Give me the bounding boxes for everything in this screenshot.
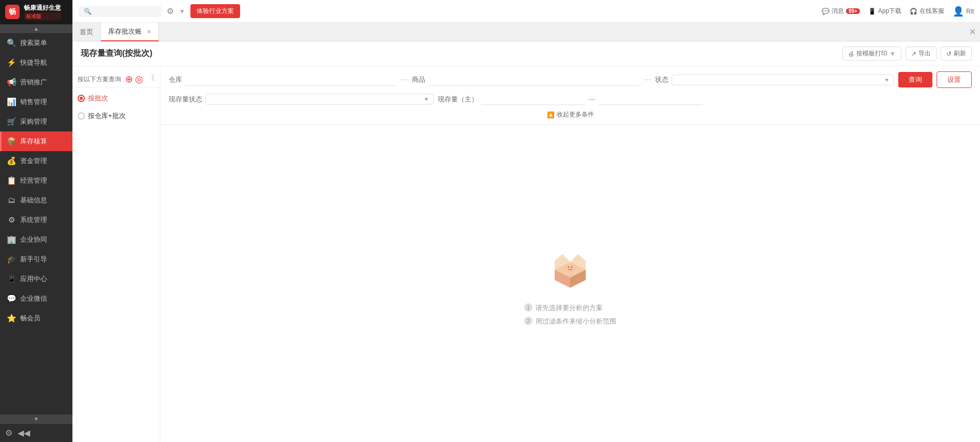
filter-warehouse-group: 仓库 ··· — [169, 74, 408, 86]
operations-icon: 📋 — [7, 176, 16, 185]
sidebar-item-guide[interactable]: 🎓 新手引导 — [0, 249, 72, 269]
purchase-icon: 🛒 — [7, 117, 16, 126]
collapse-button[interactable]: 🔼 收起更多条件 — [547, 110, 594, 119]
sidebar-item-sales[interactable]: 📊 销售管理 — [0, 92, 72, 112]
tab-close-icon[interactable]: × — [147, 27, 151, 36]
close-all-icon[interactable]: ✕ — [969, 27, 976, 37]
trial-button[interactable]: 体验行业方案 — [190, 4, 240, 18]
goods-more-icon[interactable]: ··· — [644, 75, 651, 84]
settings-plan-icon[interactable]: ◎ — [135, 73, 143, 85]
collapse-left-icon[interactable]: 《 — [147, 73, 155, 85]
empty-box-icon — [544, 241, 596, 293]
svg-point-6 — [565, 264, 575, 272]
warehouse-input[interactable] — [185, 74, 396, 86]
radio-batch — [78, 95, 85, 102]
sidebar-item-finance[interactable]: 💰 资金管理 — [0, 151, 72, 171]
inv-status-select[interactable]: ▼ — [205, 94, 434, 105]
main-area: 🔍 ⚙ ▼ 体验行业方案 💬 消息 99+ 📱 App下载 🎧 在线客服 👤 R… — [72, 0, 980, 442]
app-download-icon: 📱 — [868, 8, 876, 15]
refresh-button[interactable]: ↺ 刷新 — [941, 47, 972, 61]
app-download-group[interactable]: 📱 App下载 — [868, 7, 901, 16]
tab-batch-account[interactable]: 库存批次账 × — [101, 23, 159, 41]
topbar-search[interactable]: 🔍 — [79, 6, 161, 17]
export-button[interactable]: ↗ 导出 — [905, 47, 937, 61]
sidebar-scroll-down[interactable]: ▼ — [0, 415, 72, 423]
sidebar-item-marketing[interactable]: 📢 营销推广 — [0, 72, 72, 92]
empty-tips: 1 请先选择要分析的方案 2 用过滤条件来缩小分析范围 — [524, 303, 616, 326]
sidebar-item-apps[interactable]: 📱 应用中心 — [0, 269, 72, 289]
sidebar-header: 畅 畅康通好生意 标准版 — [0, 0, 72, 24]
left-panel-warehouse-batch-label: 按仓库+批次 — [88, 111, 126, 121]
sidebar-footer-icons: ⚙ ◀◀ — [5, 428, 30, 438]
left-panel-item-batch[interactable]: 按批次 — [72, 90, 160, 107]
username: Rit — [966, 8, 974, 15]
topbar: 🔍 ⚙ ▼ 体验行业方案 💬 消息 99+ 📱 App下载 🎧 在线客服 👤 R… — [72, 0, 980, 23]
inv-status-label: 现存量状态 — [169, 95, 202, 104]
tab-home[interactable]: 首页 — [72, 23, 101, 41]
left-panel-item-warehouse-batch[interactable]: 按仓库+批次 — [72, 107, 160, 125]
topbar-right: 💬 消息 99+ 📱 App下载 🎧 在线客服 👤 Rit — [822, 6, 974, 17]
sidebar-item-base[interactable]: 🗂 基础信息 — [0, 190, 72, 210]
collapse-up-icon: 🔼 — [547, 111, 555, 119]
apps-icon: 📱 — [7, 274, 16, 284]
status-label: 状态 — [655, 75, 669, 84]
sidebar-item-enterprise[interactable]: 🏢 企业协同 — [0, 230, 72, 249]
print-dropdown-arrow[interactable]: ▼ — [889, 50, 896, 57]
sidebar-item-purchase[interactable]: 🛒 采购管理 — [0, 112, 72, 131]
radio-warehouse-batch — [78, 112, 85, 120]
tab-home-label: 首页 — [80, 27, 93, 37]
sidebar-item-label: 系统管理 — [20, 215, 47, 225]
filter-collapse-row: 🔼 收起更多条件 — [169, 110, 972, 119]
sidebar-item-label: 畅会员 — [20, 314, 40, 323]
marketing-icon: 📢 — [7, 78, 16, 87]
message-group[interactable]: 💬 消息 99+ — [822, 7, 860, 16]
settings-button[interactable]: 设置 — [937, 71, 972, 88]
sidebar-item-label: 企业协同 — [20, 235, 47, 244]
page-title: 现存量查询(按批次) — [81, 48, 153, 59]
sidebar-item-quick-nav[interactable]: ⚡ 快捷导航 — [0, 53, 72, 72]
inv-amount-max-input[interactable] — [599, 93, 703, 105]
settings-icon[interactable]: ⚙ — [5, 428, 12, 438]
add-plan-icon[interactable]: ⊕ — [125, 73, 133, 85]
tip-num-1: 1 — [524, 303, 532, 312]
left-panel-title: 按以下方案查询 — [78, 75, 121, 84]
sidebar-footer: ⚙ ◀◀ — [0, 423, 72, 442]
app-name-block: 畅康通好生意 标准版 — [24, 4, 61, 20]
status-select-arrow: ▼ — [884, 77, 889, 83]
empty-state: 1 请先选择要分析的方案 2 用过滤条件来缩小分析范围 — [160, 125, 980, 442]
sidebar-item-label: 企业微信 — [20, 294, 47, 303]
inv-amount-min-input[interactable] — [481, 93, 586, 105]
topbar-dropdown-arrow[interactable]: ▼ — [179, 8, 185, 15]
refresh-icon: ↺ — [946, 50, 952, 57]
headset-icon: 🎧 — [910, 8, 917, 15]
sidebar-scroll-up[interactable]: ▲ — [0, 24, 72, 33]
filter-area: 按以下方案查询 ⊕ ◎ 《 按批次 按仓库+批次 — [72, 66, 980, 442]
sidebar-item-vip[interactable]: ⭐ 畅会员 — [0, 308, 72, 328]
goods-input[interactable] — [428, 74, 639, 86]
sidebar-item-wechat[interactable]: 💬 企业微信 — [0, 289, 72, 308]
collapse-icon[interactable]: ◀◀ — [18, 428, 30, 438]
online-service-group[interactable]: 🎧 在线客服 — [910, 7, 944, 16]
refresh-label: 刷新 — [954, 49, 966, 58]
export-label: 导出 — [918, 49, 931, 58]
tip-text-1: 请先选择要分析的方案 — [536, 303, 603, 313]
sidebar-item-operations[interactable]: 📋 经营管理 — [0, 171, 72, 190]
tab-batch-account-label: 库存批次账 — [108, 27, 142, 36]
sidebar-item-label: 新手引导 — [20, 255, 47, 264]
export-icon: ↗ — [911, 50, 916, 57]
status-select[interactable]: ▼ — [672, 75, 894, 85]
content-area: 现存量查询(按批次) 🖨 按模板打印 ▼ ↗ 导出 ↺ 刷新 — [72, 41, 980, 442]
topbar-gear-icon[interactable]: ⚙ — [167, 6, 174, 16]
user-group[interactable]: 👤 Rit — [953, 6, 974, 17]
quick-nav-icon: ⚡ — [7, 58, 16, 67]
sidebar-item-inventory[interactable]: 📦 库存核算 — [0, 131, 72, 151]
topbar-search-icon: 🔍 — [84, 8, 92, 15]
query-button[interactable]: 查询 — [898, 72, 932, 87]
sidebar: 畅 畅康通好生意 标准版 ▲ 🔍 搜索菜单 ⚡ 快捷导航 📢 营销推广 📊 销售… — [0, 0, 72, 442]
goods-label: 商品 — [412, 75, 425, 84]
print-button[interactable]: 🖨 按模板打印 ▼ — [842, 47, 901, 61]
enterprise-icon: 🏢 — [7, 235, 16, 244]
sidebar-item-search[interactable]: 🔍 搜索菜单 — [0, 33, 72, 53]
warehouse-more-icon[interactable]: ··· — [401, 75, 408, 84]
sidebar-item-system[interactable]: ⚙ 系统管理 — [0, 210, 72, 230]
